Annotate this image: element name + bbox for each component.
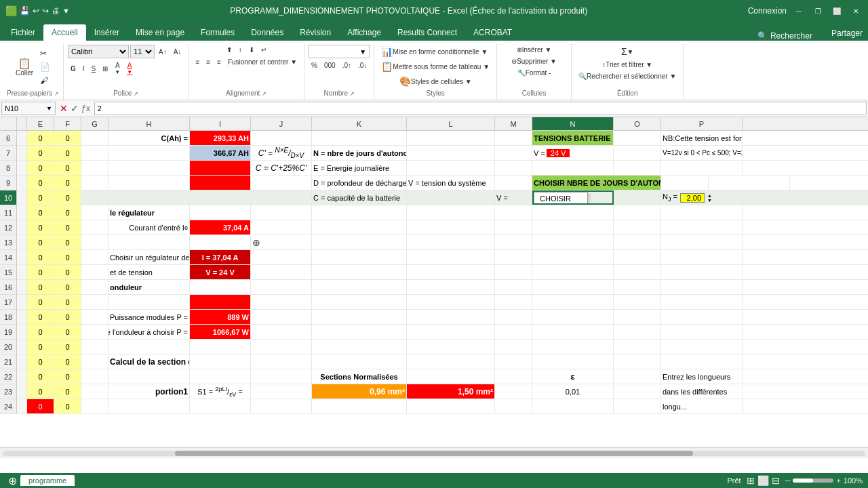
cell-7-E[interactable]: 0	[27, 146, 54, 160]
cell-10-E[interactable]: 0	[27, 190, 54, 205]
cell-18-L[interactable]	[407, 310, 495, 324]
col-header-G[interactable]: G	[81, 117, 108, 130]
cell-6-G[interactable]	[81, 131, 108, 145]
zoom-control[interactable]: ─ + 100%	[785, 476, 863, 485]
cell-7-O[interactable]	[614, 146, 661, 160]
cell-21-O[interactable]	[614, 354, 661, 369]
cell-24-I[interactable]	[190, 399, 251, 413]
row-num-10[interactable]: 10	[0, 190, 17, 205]
cell-10-K[interactable]: C = capacité de la batterie	[312, 190, 407, 205]
cell-23-O[interactable]	[614, 384, 661, 399]
cell-6-N[interactable]: TENSIONS BATTERIE	[532, 131, 614, 145]
decrease-font-button[interactable]: A↓	[171, 47, 184, 57]
add-sheet-button[interactable]: ⊕	[5, 474, 19, 487]
tab-inserer[interactable]: Insérer	[86, 24, 127, 41]
cell-21-I[interactable]	[190, 354, 251, 369]
cell-9-E[interactable]: 0	[27, 176, 54, 190]
cell-dropdown[interactable]: CHOISIR SUR LA LISTE	[534, 192, 588, 205]
cancel-formula-icon[interactable]: ✕	[60, 103, 68, 114]
col-header-O[interactable]: O	[614, 117, 661, 130]
cell-18-G[interactable]	[81, 310, 108, 324]
cell-15-O[interactable]	[614, 265, 661, 279]
cell-13-E[interactable]: 0	[27, 235, 54, 249]
styles-cellules-button[interactable]: 🎨 Styles de cellules ▼	[397, 75, 475, 88]
cell-20-E[interactable]: 0	[27, 340, 54, 354]
cell-23-F[interactable]: 0	[54, 384, 81, 399]
cell-13-P[interactable]	[661, 235, 743, 249]
row-num-6[interactable]: 6	[0, 131, 17, 146]
sheet-tab-programme[interactable]: programme	[20, 475, 75, 486]
cell-23-L[interactable]: 1,50 mm²	[407, 384, 495, 399]
font-color-button[interactable]: A▼	[124, 60, 135, 77]
cell-17-J[interactable]	[251, 295, 312, 309]
cell-13-F[interactable]: 0	[54, 235, 81, 249]
align-right-button[interactable]: ≡	[214, 57, 224, 67]
cell-21-K[interactable]	[312, 354, 407, 369]
cell-17-F[interactable]: 0	[54, 295, 81, 309]
cell-14-E[interactable]: 0	[27, 250, 54, 264]
cell-20-K[interactable]	[312, 340, 407, 354]
inserer-button[interactable]: ⊕ Insérer ▼	[514, 45, 555, 55]
cell-13-L[interactable]	[407, 235, 495, 249]
italic-button[interactable]: I	[80, 64, 87, 74]
cell-16-L[interactable]	[407, 280, 495, 294]
cell-18-K[interactable]	[312, 310, 407, 324]
cell-24-E[interactable]: 0	[27, 399, 54, 413]
row-num-13[interactable]: 13	[0, 235, 17, 250]
col-header-J[interactable]: J	[251, 117, 312, 130]
cell-23-N[interactable]: 0,01	[532, 384, 614, 399]
cell-19-G[interactable]	[81, 325, 108, 339]
cell-19-H[interactable]: Puissance de l'onduleur à choisir P =	[108, 325, 190, 339]
cell-20-H[interactable]	[108, 340, 190, 354]
cell-18-J[interactable]	[251, 310, 312, 324]
cell-24-H[interactable]	[108, 399, 190, 413]
font-name-select[interactable]: Calibri	[68, 45, 129, 58]
cell-20-P[interactable]	[661, 340, 743, 354]
cell-22-I[interactable]	[190, 369, 251, 384]
cell-20-N[interactable]	[532, 340, 614, 354]
cell-15-K[interactable]	[312, 265, 407, 279]
close-button[interactable]: ✕	[849, 4, 863, 18]
cell-7-K[interactable]: N = nbre de jours d'autonomie	[312, 146, 407, 160]
cell-24-L[interactable]	[407, 399, 495, 413]
bold-button[interactable]: G	[68, 64, 79, 74]
row-num-15[interactable]: 15	[0, 265, 17, 280]
cell-6-L[interactable]	[407, 131, 495, 145]
col-header-N[interactable]: N	[532, 117, 614, 130]
cell-8-O[interactable]	[614, 161, 661, 175]
cell-14-G[interactable]	[81, 250, 108, 264]
cell-12-O[interactable]	[614, 220, 661, 235]
cell-22-K[interactable]: Sections Normalisées	[312, 369, 407, 384]
cell-7-P[interactable]: V=12v si 0 < Pc ≤ 500; V=2	[661, 146, 743, 160]
cell-24-P[interactable]: longu...	[661, 399, 743, 413]
cell-10-J[interactable]	[251, 190, 312, 205]
cell-16-O[interactable]	[614, 280, 661, 294]
cell-6-M[interactable]	[495, 131, 532, 145]
cell-16-K[interactable]	[312, 280, 407, 294]
cell-22-M[interactable]	[495, 369, 532, 384]
cell-23-G[interactable]	[81, 384, 108, 399]
cell-15-L[interactable]	[407, 265, 495, 279]
supprimer-button[interactable]: ⊖ Supprimer ▼	[509, 56, 559, 66]
cell-10-N[interactable]: CHOISIR SUR LA LISTE	[532, 190, 614, 205]
row-num-7[interactable]: 7	[0, 146, 17, 161]
insert-function-icon[interactable]: ƒx	[81, 104, 90, 113]
cell-12-J[interactable]	[251, 220, 312, 235]
cell-15-G[interactable]	[81, 265, 108, 279]
cell-23-P[interactable]: dans les différentes	[661, 384, 743, 399]
cell-17-N[interactable]	[532, 295, 614, 309]
col-header-F[interactable]: F	[54, 117, 81, 130]
cell-16-G[interactable]	[81, 280, 108, 294]
cell-12-M[interactable]	[495, 220, 532, 235]
cell-8-N[interactable]	[532, 161, 614, 175]
cell-16-J[interactable]	[251, 280, 312, 294]
cell-dropdown-arrow[interactable]: ▼	[46, 105, 52, 112]
cell-19-I[interactable]: 1066,67 W	[190, 325, 251, 339]
cell-15-I[interactable]: V = 24 V	[190, 265, 251, 279]
thousands-button[interactable]: 000	[321, 60, 338, 70]
cell-11-P[interactable]	[661, 205, 743, 220]
cell-21-G[interactable]	[81, 354, 108, 369]
cell-8-P[interactable]	[661, 161, 743, 175]
cell-20-I[interactable]	[190, 340, 251, 354]
copier-button[interactable]: 📄	[37, 61, 53, 73]
